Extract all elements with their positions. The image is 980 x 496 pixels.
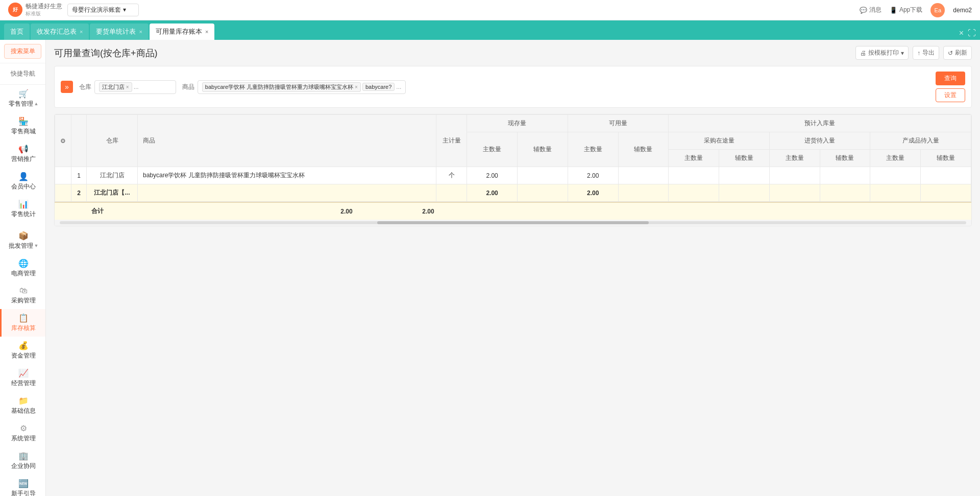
sidebar-item-ecommerce[interactable]: 🌐 电商管理: [0, 254, 45, 282]
cell-warehouse: 江北门店: [87, 167, 138, 184]
expand-btn[interactable]: »: [61, 81, 73, 93]
warehouse-more[interactable]: ...: [134, 83, 139, 90]
th-warehouse: 仓库: [87, 115, 138, 167]
tab-yaohuo-close[interactable]: ×: [139, 29, 142, 35]
tab-shoufacun-close[interactable]: ×: [80, 29, 83, 35]
user-name[interactable]: demo2: [953, 7, 972, 14]
sidebar-item-newbie-label: 新手引导: [11, 489, 36, 496]
sidebar-item-purchase[interactable]: 🛍 采购管理: [0, 282, 45, 309]
sidebar-item-batch[interactable]: 📦 批发管理 ▼: [0, 227, 45, 254]
th-pt-aux: 辅数量: [719, 150, 770, 167]
product-tag-1: babycare学饮杯 儿童防摔防撞吸管杯重力球吸嘴杯宝宝水杯 ×: [202, 82, 361, 92]
subtotal-product: [138, 184, 436, 202]
sidebar-item-zero-stat[interactable]: 📊 零售统计: [0, 195, 45, 223]
product-tag-1-close[interactable]: ×: [355, 84, 358, 90]
sidebar-item-finance-label: 资金管理: [11, 351, 36, 360]
sidebar-item-finance[interactable]: 💰 资金管理: [0, 337, 45, 364]
logo-area: 好 畅捷通好生意 标准版: [8, 3, 62, 17]
sidebar-item-enterprise[interactable]: 🏢 企业协同: [0, 447, 45, 475]
logo-icon: 好: [8, 3, 22, 17]
sidebar-item-operation[interactable]: 📈 经营管理: [0, 364, 45, 392]
app-download-btn[interactable]: 📱 App下载: [890, 6, 922, 14]
finance-icon: 💰: [18, 341, 29, 350]
export-btn[interactable]: ↑ 导出: [913, 46, 939, 60]
product-more[interactable]: ...: [396, 83, 401, 90]
message-btn[interactable]: 💬 消息: [860, 6, 881, 14]
gear-icon[interactable]: ⚙: [60, 137, 66, 145]
query-btn[interactable]: 查询: [936, 72, 965, 85]
close-tab-btn[interactable]: ×: [959, 29, 964, 38]
th-planned-inbound: 预计入库量: [669, 115, 971, 132]
sidebar-item-basic[interactable]: 📁 基础信息: [0, 392, 45, 419]
member-icon: 👤: [18, 172, 29, 181]
footer-label: 合计: [91, 207, 142, 216]
tab-home[interactable]: 首页: [4, 23, 30, 40]
print-chevron-icon: ▾: [901, 50, 904, 57]
sidebar-item-marketing[interactable]: 📢 营销推广: [0, 140, 45, 168]
tab-kucun[interactable]: 可用量库存账本 ×: [150, 23, 214, 40]
sidebar-item-ecommerce-label: 电商管理: [11, 269, 36, 278]
tab-kucun-label: 可用量库存账本: [156, 27, 202, 36]
maximize-btn[interactable]: ⛶: [968, 29, 976, 38]
cell-avail-main: 2.00: [568, 167, 618, 184]
setting-btn[interactable]: 设置: [936, 88, 965, 102]
subtotal-pt-aux: [719, 184, 770, 202]
main-layout: 搜索菜单 快捷导航 🛒 零售管理 ▲ 🏪 零售商城 📢 营销推广 👤 会员中心 …: [0, 40, 980, 496]
tab-shoufacun[interactable]: 收发存汇总表 ×: [31, 23, 89, 40]
horizontal-scrollbar[interactable]: [55, 220, 971, 226]
sidebar-item-system[interactable]: ⚙ 系统管理: [0, 419, 45, 447]
product-tag-1-text: babycare学饮杯 儿童防摔防撞吸管杯重力球吸嘴杯宝宝水杯: [205, 83, 353, 91]
export-label: 导出: [922, 49, 935, 57]
th-production-pending: 产成品待入量: [870, 132, 971, 150]
cell-stock-main: 2.00: [467, 167, 518, 184]
tab-yaohuo[interactable]: 要货单统计表 ×: [90, 23, 148, 40]
warehouse-field: 仓库 江北门店 × ...: [79, 80, 176, 94]
refresh-btn[interactable]: ↺ 刷新: [943, 46, 972, 60]
marketing-icon: 📢: [18, 144, 29, 154]
message-icon: 💬: [860, 7, 867, 14]
sidebar-item-newbie[interactable]: 🆕 新手引导: [0, 475, 45, 496]
top-bar: 好 畅捷通好生意 标准版 母婴行业演示账套 ▾ 💬 消息 📱 App下载 Ea …: [0, 0, 980, 20]
page-actions: 🖨 按模板打印 ▾ ↑ 导出 ↺ 刷新: [855, 46, 972, 60]
product-label: 商品: [182, 83, 194, 91]
sidebar-item-member[interactable]: 👤 会员中心: [0, 168, 45, 195]
cell-pp-aux: [921, 167, 971, 184]
sidebar-item-member-label: 会员中心: [11, 182, 36, 191]
print-btn[interactable]: 🖨 按模板打印 ▾: [855, 46, 909, 60]
th-avail-main: 主数量: [568, 132, 618, 167]
industry-select[interactable]: 母婴行业演示账套 ▾: [67, 4, 139, 16]
sidebar-item-zero-mall[interactable]: 🏪 零售商城: [0, 112, 45, 140]
batch-icon: 📦: [18, 231, 29, 241]
product-input[interactable]: babycare学饮杯 儿童防摔防撞吸管杯重力球吸嘴杯宝宝水杯 × babyca…: [198, 80, 406, 94]
cell-rownum: 1: [71, 167, 87, 184]
content-area: 可用量查询(按仓库+商品) 🖨 按模板打印 ▾ ↑ 导出 ↺ 刷新 »: [46, 40, 980, 496]
cell-pt-main: [669, 167, 719, 184]
avatar[interactable]: Ea: [930, 3, 945, 17]
scroll-thumb[interactable]: [377, 221, 649, 224]
sidebar-item-zero-retail[interactable]: 🛒 零售管理 ▲: [0, 85, 45, 112]
purchase-icon: 🛍: [19, 286, 28, 295]
th-pt-main: 主数量: [669, 150, 719, 167]
sidebar: 搜索菜单 快捷导航 🛒 零售管理 ▲ 🏪 零售商城 📢 营销推广 👤 会员中心 …: [0, 40, 46, 496]
system-icon: ⚙: [20, 423, 27, 433]
warehouse-tag-close[interactable]: ×: [126, 84, 129, 90]
page-title: 可用量查询(按仓库+商品): [54, 47, 158, 59]
warehouse-input[interactable]: 江北门店 × ...: [94, 80, 176, 94]
data-table: ⚙ 仓库 商品 主计量 现存量 可用量 预计入库量 主数量 辅数量 主数量: [55, 114, 971, 202]
th-gear: ⚙: [55, 115, 71, 167]
sidebar-item-inventory[interactable]: 📋 库存核算: [0, 309, 45, 337]
inventory-icon: 📋: [18, 313, 29, 323]
scroll-track: [60, 221, 966, 224]
quick-nav-btn[interactable]: 快捷导航: [0, 66, 45, 81]
sidebar-item-zero-stat-label: 零售统计: [11, 210, 36, 219]
tab-kucun-close[interactable]: ×: [205, 29, 208, 35]
export-icon: ↑: [917, 50, 920, 57]
enterprise-icon: 🏢: [18, 451, 29, 461]
product-tag-2: babycare?: [362, 83, 395, 91]
sidebar-item-system-label: 系统管理: [11, 434, 36, 443]
phone-icon: 📱: [890, 7, 897, 14]
th-avail-aux: 辅数量: [618, 132, 669, 167]
search-menu-btn[interactable]: 搜索菜单: [4, 44, 41, 59]
top-bar-right: 💬 消息 📱 App下载 Ea demo2: [860, 3, 972, 17]
subtotal-unit: [436, 184, 467, 202]
